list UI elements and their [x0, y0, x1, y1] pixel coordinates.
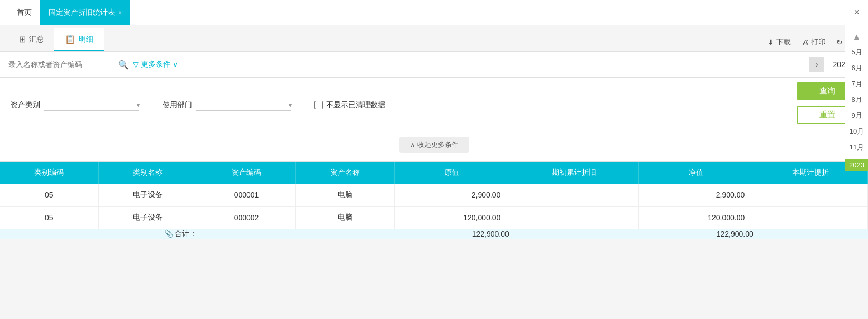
cell-category-name: 电子设备: [98, 184, 197, 207]
toolbar-tabs: ⊞ 汇总 📋 明细 ⬇ 下载 🖨 打印 ↻ 刷新: [0, 25, 868, 52]
sidebar-month-item[interactable]: 8月: [850, 92, 864, 108]
search-icon: 🔍: [118, 60, 129, 70]
col-initial-depreciation: 期初累计折旧: [509, 162, 639, 184]
table-row: 05 电子设备 000001 电脑 2,900.00 2,900.00: [0, 184, 868, 207]
tab-close-icon[interactable]: ×: [118, 9, 122, 16]
department-field: 使用部门 ▼: [163, 100, 293, 111]
no-cleared-label: 不显示已清理数据: [326, 100, 385, 110]
cell-asset-name: 电脑: [296, 207, 395, 229]
footer-total-label: 📎 合计：: [0, 229, 197, 239]
cell-initial-depreciation: [509, 184, 639, 207]
filter-label: 更多条件: [141, 60, 170, 69]
cell-net-value: 120,000.00: [639, 207, 753, 229]
download-button[interactable]: ⬇ 下载: [768, 37, 791, 47]
asset-type-input[interactable]: [44, 100, 139, 111]
asset-type-label: 资产类别: [11, 100, 40, 110]
more-filter-button[interactable]: ▽ 更多条件 ∨: [133, 60, 178, 69]
year-badge: 2023: [845, 159, 868, 171]
sidebar-month-item[interactable]: 6月: [850, 60, 864, 76]
cell-category-code: 05: [0, 207, 98, 229]
sidebar-scroll-up-button[interactable]: ▲: [847, 30, 866, 44]
tab-detail-label: 明细: [79, 35, 93, 44]
collapse-icon: ∧: [410, 141, 415, 149]
print-icon: 🖨: [802, 38, 809, 46]
footer-original-value: 122,900.00: [395, 229, 509, 239]
cell-period-depreciation: [753, 184, 868, 207]
no-cleared-checkbox[interactable]: [314, 101, 323, 109]
tab-summary-label: 汇总: [29, 35, 44, 44]
total-icon: 📎: [164, 229, 173, 238]
col-original-value: 原值: [395, 162, 509, 184]
search-input[interactable]: [8, 60, 114, 69]
cell-asset-code: 000001: [197, 184, 295, 207]
data-table-wrapper: 类别编码 类别名称 资产编码 资产名称 原值 期初累计折旧 净值 本期计提折 0…: [0, 162, 868, 239]
print-button[interactable]: 🖨 打印: [802, 37, 826, 47]
col-asset-code: 资产编码: [197, 162, 295, 184]
footer-period-depreciation: [753, 229, 868, 239]
col-category-code: 类别编码: [0, 162, 98, 184]
collapse-button[interactable]: ∧ 收起更多条件: [399, 137, 469, 153]
department-label: 使用部门: [163, 100, 192, 110]
cell-asset-name: 电脑: [296, 184, 395, 207]
sidebar-month-item[interactable]: 7月: [850, 76, 864, 92]
cell-initial-depreciation: [509, 207, 639, 229]
cell-original-value: 120,000.00: [395, 207, 509, 229]
sidebar-month-item[interactable]: 5月: [850, 44, 864, 60]
cell-asset-code: 000002: [197, 207, 295, 229]
summary-icon: ⊞: [19, 34, 26, 44]
cell-category-name: 电子设备: [98, 207, 197, 229]
cell-original-value: 2,900.00: [395, 184, 509, 207]
filter-panel: 资产类别 ▼ 使用部门 ▼ 不显示已清理数据 查询 重置 ∧ 收起更多条件: [0, 78, 868, 162]
cell-net-value: 2,900.00: [639, 184, 753, 207]
cell-category-code: 05: [0, 184, 98, 207]
data-table: 类别编码 类别名称 资产编码 资产名称 原值 期初累计折旧 净值 本期计提折 0…: [0, 162, 868, 239]
collapse-label: 收起更多条件: [417, 140, 459, 149]
chevron-down-icon: ∨: [173, 60, 178, 69]
sidebar-month-item[interactable]: 10月: [850, 124, 864, 139]
filter-icon: ▽: [133, 60, 139, 69]
department-input[interactable]: [196, 100, 291, 111]
active-tab[interactable]: 固定资产折旧统计表 ×: [40, 0, 130, 25]
footer-asset-code: [197, 229, 295, 239]
print-label: 打印: [811, 37, 826, 47]
detail-icon: 📋: [65, 34, 75, 44]
collapse-bar: ∧ 收起更多条件: [11, 133, 857, 153]
sidebar-month-item[interactable]: 9月: [850, 108, 864, 124]
col-asset-name: 资产名称: [296, 162, 395, 184]
footer-net-value: 122,900.00: [639, 229, 753, 239]
download-icon: ⬇: [768, 38, 774, 46]
asset-type-field: 资产类别 ▼: [11, 100, 141, 111]
col-net-value: 净值: [639, 162, 753, 184]
window-close-button[interactable]: ×: [854, 7, 860, 18]
tab-detail[interactable]: 📋 明细: [54, 28, 104, 51]
refresh-icon: ↻: [836, 38, 843, 46]
cell-period-depreciation: [753, 207, 868, 229]
footer-initial-depreciation: [509, 229, 639, 239]
tab-label: 固定资产折旧统计表: [49, 8, 115, 17]
filter-row: 资产类别 ▼ 使用部门 ▼ 不显示已清理数据 查询 重置: [11, 86, 857, 124]
top-nav: 首页 固定资产折旧统计表 × ×: [0, 0, 868, 25]
home-tab[interactable]: 首页: [8, 8, 40, 17]
table-row: 05 电子设备 000002 电脑 120,000.00 120,000.00: [0, 207, 868, 229]
no-cleared-group: 不显示已清理数据: [314, 100, 385, 110]
table-header-row: 类别编码 类别名称 资产编码 资产名称 原值 期初累计折旧 净值 本期计提折: [0, 162, 868, 184]
nav-right-button[interactable]: ›: [809, 57, 824, 72]
footer-asset-name: [296, 229, 395, 239]
table-footer-row: 📎 合计： 122,900.00 122,900.00: [0, 229, 868, 239]
col-category-name: 类别名称: [98, 162, 197, 184]
sidebar-month-item[interactable]: 11月: [850, 139, 864, 155]
download-label: 下载: [776, 37, 791, 47]
search-bar: 🔍 ▽ 更多条件 ∨ › 2023.01: [0, 52, 868, 78]
tab-summary[interactable]: ⊞ 汇总: [8, 28, 54, 51]
right-sidebar: ▲ 5月6月7月8月9月10月11月12月 2023: [845, 25, 868, 171]
